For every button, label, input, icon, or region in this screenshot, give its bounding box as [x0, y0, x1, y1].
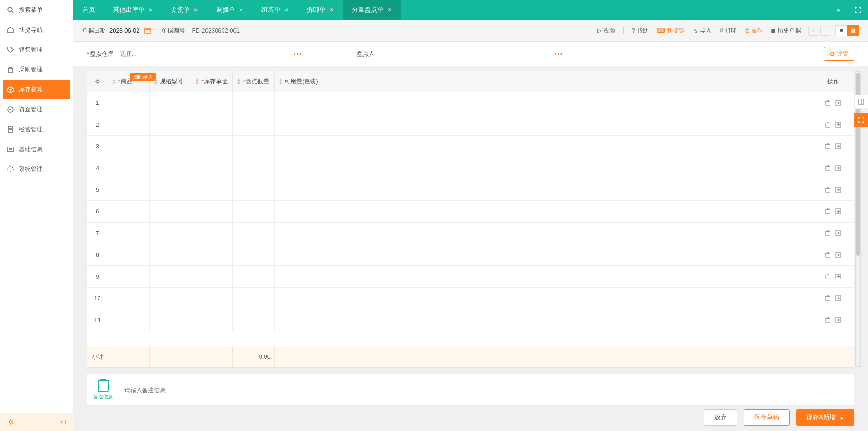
discard-button[interactable]: 放弃 [704, 409, 737, 426]
cell-spec[interactable] [150, 266, 191, 287]
cell-spec[interactable] [150, 157, 191, 179]
col-product[interactable]: ▲▼*商品扫码录入 [108, 71, 150, 92]
cell-qty[interactable] [233, 114, 275, 135]
close-icon[interactable]: ✕ [329, 7, 334, 13]
cell-unit[interactable] [191, 266, 233, 287]
add-row-icon[interactable] [835, 295, 841, 301]
sidebar-item-business[interactable]: 经营管理 [0, 119, 73, 139]
collapse-sidebar-icon[interactable] [59, 419, 66, 425]
delete-row-icon[interactable] [825, 165, 831, 171]
sidebar-item-purchase[interactable]: 采购管理 [0, 60, 73, 80]
cell-product[interactable] [108, 223, 150, 244]
table-row[interactable]: 3 [87, 136, 854, 157]
cell-spec[interactable] [150, 309, 191, 331]
tab-partial-count[interactable]: 分量盘点单✕ [343, 0, 401, 20]
toolbar-help[interactable]: ?帮助 [632, 27, 649, 35]
col-qty[interactable]: ▲▼*盘点数量 [233, 71, 275, 92]
table-row[interactable]: 4 [87, 157, 854, 179]
table-row[interactable]: 10 [87, 288, 854, 309]
calendar-icon[interactable] [144, 28, 151, 34]
next-button[interactable]: › [820, 26, 830, 36]
delete-row-icon[interactable] [825, 122, 831, 128]
cell-product[interactable] [108, 92, 150, 114]
tab-requisition[interactable]: 要货单✕ [162, 0, 207, 20]
settings-gear-icon[interactable] [7, 418, 14, 426]
delete-row-icon[interactable] [825, 143, 831, 149]
cell-product[interactable] [108, 266, 150, 287]
cell-available[interactable] [275, 266, 812, 287]
cell-unit[interactable] [191, 136, 233, 157]
tab-assembly[interactable]: 组装单✕ [252, 0, 298, 20]
cell-unit[interactable] [191, 92, 233, 114]
cell-available[interactable] [275, 136, 812, 157]
sidebar-item-sales[interactable]: 销售管理 [0, 40, 73, 60]
save-and-add-button[interactable]: 保存&新增▲ [796, 409, 854, 426]
sidebar-item-system[interactable]: 系统管理 [0, 159, 73, 179]
add-row-icon[interactable] [835, 252, 841, 258]
cell-product[interactable] [108, 201, 150, 222]
delete-row-icon[interactable] [825, 295, 831, 301]
sidebar-item-finance[interactable]: 资金管理 [0, 99, 73, 119]
lookup-icon[interactable]: ••• [294, 51, 303, 57]
cell-spec[interactable] [150, 244, 191, 265]
view-form-button[interactable]: ▦ [847, 25, 859, 36]
cell-spec[interactable] [150, 179, 191, 200]
toolbar-video[interactable]: ▷视频 [597, 27, 615, 35]
cell-product[interactable] [108, 309, 150, 331]
close-icon[interactable]: ✕ [148, 7, 153, 13]
cell-unit[interactable] [191, 157, 233, 179]
cell-available[interactable] [275, 157, 812, 179]
delete-row-icon[interactable] [825, 230, 831, 236]
sidebar-item-inventory[interactable]: 库存核算 [3, 80, 70, 99]
toolbar-ops[interactable]: ⧉操作 [745, 27, 763, 35]
table-row[interactable]: 1 [87, 92, 854, 114]
add-row-icon[interactable] [835, 317, 841, 323]
cell-product[interactable] [108, 114, 150, 135]
cell-qty[interactable] [233, 92, 275, 114]
window-close-icon[interactable]: ✕ [828, 0, 848, 20]
close-icon[interactable]: ✕ [239, 7, 243, 13]
table-row[interactable]: 2 [87, 114, 854, 136]
delete-row-icon[interactable] [825, 208, 831, 214]
table-row[interactable]: 11 [87, 309, 854, 331]
cell-spec[interactable] [150, 114, 191, 135]
table-row[interactable]: 9 [87, 266, 854, 288]
col-spec[interactable]: ▲▼规格型号 [150, 71, 191, 92]
cell-available[interactable] [275, 309, 812, 331]
close-icon[interactable]: ✕ [387, 7, 392, 13]
sidebar-item-search[interactable]: 搜索菜单 [0, 0, 73, 20]
table-row[interactable]: 6 [87, 201, 854, 223]
cell-unit[interactable] [191, 223, 233, 244]
cell-available[interactable] [275, 288, 812, 309]
remarks-input[interactable] [119, 374, 854, 405]
cell-unit[interactable] [191, 179, 233, 200]
close-icon[interactable]: ✕ [284, 7, 289, 13]
toolbar-shortcut[interactable]: ⌨快捷键 [657, 27, 685, 35]
toolbar-history[interactable]: ≣历史单据 [771, 27, 801, 35]
cell-spec[interactable] [150, 288, 191, 309]
cell-available[interactable] [275, 179, 812, 200]
col-available[interactable]: ▲▼可用量(包装) [275, 71, 812, 92]
delete-row-icon[interactable] [825, 100, 831, 106]
delete-row-icon[interactable] [825, 317, 831, 323]
date-value[interactable]: 2023-06-02 [109, 27, 140, 34]
cell-qty[interactable] [233, 179, 275, 200]
delete-row-icon[interactable] [825, 252, 831, 258]
add-row-icon[interactable] [835, 100, 841, 106]
cell-unit[interactable] [191, 309, 233, 331]
cell-available[interactable] [275, 114, 812, 135]
person-input[interactable] [379, 47, 551, 60]
cell-product[interactable] [108, 136, 150, 157]
cell-qty[interactable] [233, 136, 275, 157]
table-row[interactable]: 7 [87, 223, 854, 244]
cell-qty[interactable] [233, 266, 275, 287]
cell-available[interactable] [275, 92, 812, 114]
table-row[interactable]: 5 [87, 179, 854, 201]
add-row-icon[interactable] [835, 274, 841, 279]
cell-product[interactable] [108, 244, 150, 265]
close-icon[interactable]: ✕ [194, 7, 198, 13]
cell-available[interactable] [275, 201, 812, 222]
add-row-icon[interactable] [835, 122, 841, 128]
cell-unit[interactable] [191, 244, 233, 265]
cell-product[interactable] [108, 179, 150, 200]
